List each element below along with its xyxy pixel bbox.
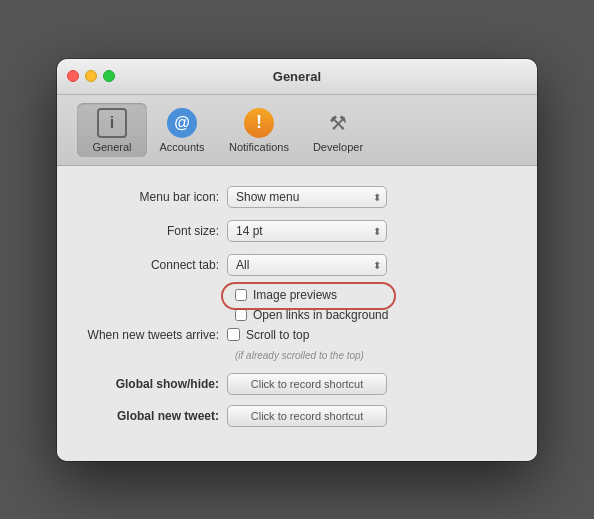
connect-tab-select[interactable]: All Mentions None xyxy=(227,254,387,276)
connect-tab-row: Connect tab: All Mentions None ⬍ xyxy=(87,254,507,276)
checkboxes-section: Image previews Open links in background xyxy=(235,288,507,322)
global-show-hide-button[interactable]: Click to record shortcut xyxy=(227,373,387,395)
image-previews-checkbox[interactable] xyxy=(235,289,247,301)
accounts-icon: @ xyxy=(166,107,198,139)
image-previews-row: Image previews xyxy=(235,288,507,302)
open-links-row: Open links in background xyxy=(235,308,507,322)
menu-bar-select-wrap: Show menu Hide menu ⬍ xyxy=(227,186,387,208)
global-show-hide-label: Global show/hide: xyxy=(87,377,227,391)
toolbar-label-developer: Developer xyxy=(313,141,363,153)
toolbar-item-notifications[interactable]: ! Notifications xyxy=(217,103,301,157)
toolbar-label-notifications: Notifications xyxy=(229,141,289,153)
global-new-tweet-button[interactable]: Click to record shortcut xyxy=(227,405,387,427)
scroll-to-top-checkbox[interactable] xyxy=(227,328,240,341)
traffic-lights xyxy=(67,70,115,82)
open-links-label: Open links in background xyxy=(253,308,388,322)
toolbar: i General @ Accounts ! Notifications ⚒ D… xyxy=(57,95,537,166)
global-new-tweet-label: Global new tweet: xyxy=(87,409,227,423)
titlebar: General xyxy=(57,59,537,95)
notifications-icon: ! xyxy=(243,107,275,139)
global-show-hide-row: Global show/hide: Click to record shortc… xyxy=(87,373,507,395)
menu-bar-icon-label: Menu bar icon: xyxy=(87,190,227,204)
minimize-button[interactable] xyxy=(85,70,97,82)
global-new-tweet-row: Global new tweet: Click to record shortc… xyxy=(87,405,507,427)
new-tweets-label: When new tweets arrive: xyxy=(87,328,227,342)
developer-icon: ⚒ xyxy=(322,107,354,139)
toolbar-label-general: General xyxy=(92,141,131,153)
scroll-hint: (if already scrolled to the top) xyxy=(235,350,507,361)
font-size-select-wrap: 10 pt 12 pt 14 pt 16 pt 18 pt ⬍ xyxy=(227,220,387,242)
toolbar-item-developer[interactable]: ⚒ Developer xyxy=(301,103,375,157)
font-size-select[interactable]: 10 pt 12 pt 14 pt 16 pt 18 pt xyxy=(227,220,387,242)
main-window: General i General @ Accounts ! Notificat… xyxy=(57,59,537,461)
scroll-to-top-wrap: Scroll to top xyxy=(227,328,309,342)
image-previews-label: Image previews xyxy=(253,288,337,302)
menu-bar-select[interactable]: Show menu Hide menu xyxy=(227,186,387,208)
content-area: Menu bar icon: Show menu Hide menu ⬍ Fon… xyxy=(57,166,537,461)
font-size-row: Font size: 10 pt 12 pt 14 pt 16 pt 18 pt… xyxy=(87,220,507,242)
open-links-checkbox[interactable] xyxy=(235,309,247,321)
window-title: General xyxy=(273,69,321,84)
toolbar-item-accounts[interactable]: @ Accounts xyxy=(147,103,217,157)
new-tweets-row: When new tweets arrive: Scroll to top xyxy=(87,328,507,342)
connect-tab-select-wrap: All Mentions None ⬍ xyxy=(227,254,387,276)
maximize-button[interactable] xyxy=(103,70,115,82)
toolbar-item-general[interactable]: i General xyxy=(77,103,147,157)
general-icon: i xyxy=(96,107,128,139)
connect-tab-label: Connect tab: xyxy=(87,258,227,272)
close-button[interactable] xyxy=(67,70,79,82)
scroll-to-top-label: Scroll to top xyxy=(246,328,309,342)
toolbar-label-accounts: Accounts xyxy=(159,141,204,153)
font-size-label: Font size: xyxy=(87,224,227,238)
menu-bar-row: Menu bar icon: Show menu Hide menu ⬍ xyxy=(87,186,507,208)
